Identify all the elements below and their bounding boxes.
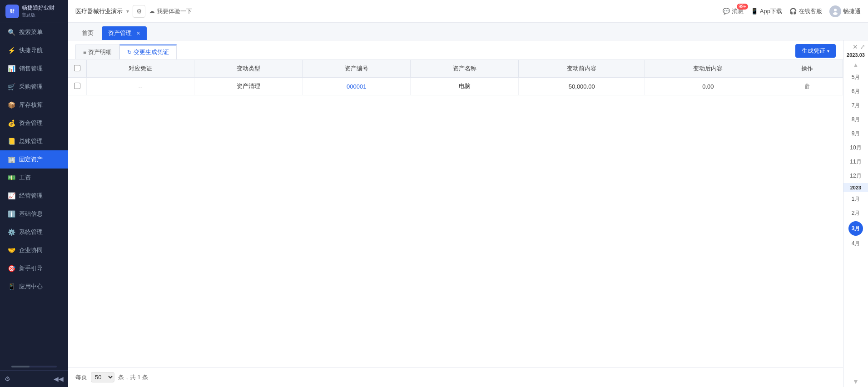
month-5[interactable]: 5月: [843, 70, 868, 84]
avatar: [829, 5, 841, 17]
expand-panel-icon[interactable]: ⤢: [860, 43, 865, 50]
money-icon: 💰: [7, 119, 15, 127]
sidebar: 财 畅捷通好业财 普及版 🔍 搜索菜单 ⚡ 快捷导航 📊 销售管理 🛒 采购管理…: [0, 0, 68, 387]
subtab-change-voucher[interactable]: ↻ 变更生成凭证: [119, 45, 177, 60]
sidebar-item-payroll[interactable]: 💵 工资: [0, 169, 68, 187]
topbar-left: 医疗器械行业演示 ▾ ⚙ ☁ 我要体验一下: [75, 5, 192, 18]
sidebar-item-app-center[interactable]: 📱 应用中心: [0, 278, 68, 296]
subtab-asset-detail-label: 资产明细: [88, 48, 112, 56]
sidebar-item-guide[interactable]: 🎯 新手引导: [0, 259, 68, 278]
app-download-button[interactable]: 📱 App下载: [751, 7, 782, 15]
row-checkbox[interactable]: [74, 83, 80, 89]
table-section: ≡ 资产明细 ↻ 变更生成凭证 生成凭证 ▾: [68, 40, 843, 387]
subtab-asset-detail[interactable]: ≡ 资产明细: [75, 45, 119, 59]
table-header-row: 对应凭证 变动类型 资产编号 资产名称 变动前内容 变动后内容 操作: [68, 60, 843, 78]
sidebar-logo: 财 畅捷通好业财 普及版: [0, 0, 68, 23]
calendar-down-arrow[interactable]: ▼: [843, 376, 868, 387]
guide-icon: 🎯: [7, 264, 15, 273]
month-11[interactable]: 11月: [843, 155, 868, 169]
user-button[interactable]: 畅捷通: [829, 5, 861, 17]
sidebar-item-label: 固定资产: [19, 155, 43, 164]
tab-close-icon[interactable]: ✕: [136, 30, 140, 36]
settings-icon[interactable]: ⚙: [5, 375, 10, 382]
settings-button[interactable]: ⚙: [133, 5, 145, 18]
sidebar-item-fixed-assets[interactable]: 🏢 固定资产: [0, 150, 68, 169]
sidebar-item-sales[interactable]: 📊 销售管理: [0, 60, 68, 78]
delete-icon[interactable]: 🗑: [804, 83, 810, 90]
month-9[interactable]: 9月: [843, 127, 868, 141]
subtabs-left: ≡ 资产明细 ↻ 变更生成凭证: [75, 45, 177, 59]
sidebar-footer: ⚙ ◀◀: [0, 370, 68, 387]
row-change-type: 资产清理: [194, 78, 303, 95]
tab-asset-mgmt-label: 资产管理: [108, 30, 132, 36]
sidebar-nav: 🔍 搜索菜单 ⚡ 快捷导航 📊 销售管理 🛒 采购管理 📦 库存核算 💰 资金管…: [0, 23, 68, 363]
row-after-change: 0.00: [645, 78, 771, 95]
tab-asset-mgmt[interactable]: 资产管理 ✕: [102, 26, 147, 40]
month-8[interactable]: 8月: [843, 113, 868, 127]
sidebar-item-label: 经营管理: [19, 192, 43, 200]
cloud-icon: ☁: [149, 8, 155, 15]
logo-icon: 财: [5, 5, 19, 18]
message-badge: 99+: [737, 4, 748, 10]
sidebar-item-purchase[interactable]: 🛒 采购管理: [0, 78, 68, 96]
header-operation: 操作: [771, 60, 843, 78]
sidebar-item-label: 应用中心: [19, 283, 43, 291]
sidebar-item-label: 资金管理: [19, 119, 43, 127]
close-panel-icon[interactable]: ✕: [853, 43, 858, 50]
chevron-down-icon: ▾: [827, 49, 829, 54]
sidebar-item-search[interactable]: 🔍 搜索菜单: [0, 23, 68, 41]
tab-home[interactable]: 首页: [75, 26, 100, 40]
month-12[interactable]: 12月: [843, 169, 868, 183]
sidebar-item-label: 库存核算: [19, 101, 43, 109]
subtab-change-voucher-label: 变更生成凭证: [134, 48, 169, 56]
messages-button[interactable]: 💬 消息 99+: [723, 7, 744, 15]
gear-icon: ⚙️: [7, 228, 15, 236]
data-table: 对应凭证 变动类型 资产编号 资产名称 变动前内容 变动后内容 操作: [68, 60, 843, 367]
select-all-checkbox[interactable]: [74, 65, 80, 71]
right-panel: ✕ ⤢ 2023.03 ▲ 5月 6月 7月 8月 9月 10月 11月 12月…: [843, 40, 868, 387]
sidebar-item-system[interactable]: ⚙️ 系统管理: [0, 223, 68, 241]
online-service-label: 在线客服: [799, 7, 822, 15]
sidebar-item-operations[interactable]: 📈 经营管理: [0, 187, 68, 205]
tabbar: 首页 资产管理 ✕: [68, 23, 868, 40]
svg-point-0: [834, 9, 837, 11]
per-page-select[interactable]: 50 20 100: [91, 372, 114, 382]
calendar-up-arrow[interactable]: ▲: [843, 60, 868, 70]
experience-button[interactable]: ☁ 我要体验一下: [149, 7, 192, 15]
sidebar-item-funds[interactable]: 💰 资金管理: [0, 114, 68, 132]
sidebar-scrollbar: [0, 363, 68, 370]
refresh-icon: ↻: [127, 49, 132, 55]
sidebar-item-enterprise[interactable]: 🤝 企业协同: [0, 241, 68, 259]
sidebar-item-inventory[interactable]: 📦 库存核算: [0, 96, 68, 114]
month-7[interactable]: 7月: [843, 99, 868, 113]
app-sub: 普及版: [22, 12, 55, 18]
month-2023-3[interactable]: 3月: [848, 221, 863, 236]
row-voucher: --: [86, 78, 194, 95]
online-service-button[interactable]: 🎧 在线客服: [789, 7, 822, 15]
sidebar-item-label: 总账管理: [19, 137, 43, 145]
month-2023-1[interactable]: 1月: [843, 192, 868, 206]
sidebar-item-basic-info[interactable]: ℹ️ 基础信息: [0, 205, 68, 223]
header-asset-code: 资产编号: [303, 60, 411, 78]
building-icon: 🏢: [7, 155, 15, 164]
collapse-icon[interactable]: ◀◀: [54, 375, 64, 382]
username: 畅捷通: [843, 7, 861, 15]
handshake-icon: 🤝: [7, 246, 15, 254]
generate-voucher-button[interactable]: 生成凭证 ▾: [795, 44, 836, 58]
year-prev-label: 2023.03: [847, 50, 865, 60]
topbar-right: 💬 消息 99+ 📱 App下载 🎧 在线客服 畅捷通: [723, 5, 861, 17]
dropdown-icon[interactable]: ▾: [126, 8, 129, 15]
topbar: 医疗器械行业演示 ▾ ⚙ ☁ 我要体验一下 💬 消息 99+ 📱 App下载 🎧…: [68, 0, 868, 23]
month-2023-2[interactable]: 2月: [843, 206, 868, 220]
sidebar-item-ledger[interactable]: 📒 总账管理: [0, 132, 68, 150]
message-icon: 💬: [723, 8, 730, 15]
row-checkbox-cell: [68, 78, 86, 95]
info-icon: ℹ️: [7, 210, 15, 218]
month-6[interactable]: 6月: [843, 84, 868, 99]
month-10[interactable]: 10月: [843, 141, 868, 155]
table-row: -- 资产清理 000001 电脑 50,000.00 0.00 🗑: [68, 78, 843, 95]
month-2023-4[interactable]: 4月: [843, 237, 868, 251]
sidebar-item-quick-nav[interactable]: ⚡ 快捷导航: [0, 41, 68, 60]
app-download-label: App下载: [760, 7, 782, 15]
row-asset-code: 000001: [303, 78, 411, 95]
